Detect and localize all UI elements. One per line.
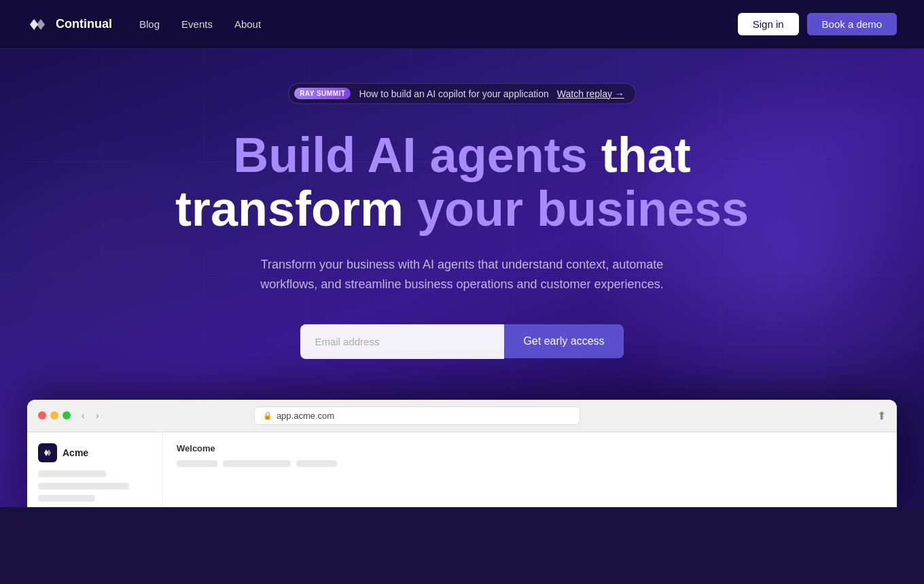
browser-dot-minimize[interactable] bbox=[50, 411, 58, 419]
app-logo-row: Acme bbox=[38, 443, 152, 462]
hero-subtext: Transform your business with AI agents t… bbox=[231, 255, 693, 294]
headline-part4: your business bbox=[417, 182, 749, 236]
headline-part3: transform bbox=[175, 182, 417, 236]
browser-share-icon[interactable]: ⬆ bbox=[877, 409, 886, 422]
browser-forward-icon[interactable]: › bbox=[93, 409, 102, 422]
browser-url-bar[interactable]: 🔒 app.acme.com bbox=[254, 407, 580, 425]
nav-link-about[interactable]: About bbox=[234, 18, 261, 30]
banner-text: How to build an AI copilot for your appl… bbox=[359, 88, 548, 99]
banner-badge: RAY SUMMIT bbox=[294, 88, 351, 99]
hero-content: RAY SUMMIT How to build an AI copilot fo… bbox=[0, 83, 924, 400]
browser-mockup: ‹ › 🔒 app.acme.com ⬆ bbox=[27, 400, 897, 507]
logo-text: Continual bbox=[56, 17, 112, 31]
hero-headline: Build AI agents that transform your busi… bbox=[175, 128, 749, 236]
browser-content: Acme Welcome bbox=[27, 432, 897, 507]
browser-bar: ‹ › 🔒 app.acme.com ⬆ bbox=[27, 400, 897, 432]
browser-back-icon[interactable]: ‹ bbox=[79, 409, 88, 422]
content-skel-3 bbox=[296, 460, 337, 467]
app-sidebar: Acme bbox=[27, 432, 163, 507]
app-welcome-label: Welcome bbox=[177, 443, 883, 453]
app-logo-icon bbox=[38, 443, 57, 462]
lock-icon: 🔒 bbox=[263, 411, 272, 420]
nav-links: Blog Events About bbox=[139, 18, 261, 31]
nav-link-blog[interactable]: Blog bbox=[139, 18, 160, 30]
email-input[interactable] bbox=[300, 324, 504, 359]
headline-part1: Build AI agents bbox=[233, 128, 587, 182]
browser-dot-close[interactable] bbox=[38, 411, 46, 419]
banner-watch-replay-link[interactable]: Watch replay → bbox=[557, 88, 624, 99]
content-skels bbox=[177, 460, 883, 467]
sidebar-skel-2 bbox=[38, 483, 129, 489]
content-skel-2 bbox=[223, 460, 291, 467]
navbar: Continual Blog Events About Sign in Book… bbox=[0, 0, 924, 49]
nav-link-events[interactable]: Events bbox=[181, 18, 213, 30]
banner: RAY SUMMIT How to build an AI copilot fo… bbox=[288, 83, 636, 104]
browser-mockup-wrapper: ‹ › 🔒 app.acme.com ⬆ bbox=[27, 400, 897, 507]
nav-right: Sign in Book a demo bbox=[738, 13, 897, 35]
hero-section: RAY SUMMIT How to build an AI copilot fo… bbox=[0, 49, 924, 507]
content-skel-1 bbox=[177, 460, 217, 467]
nav-left: Continual Blog Events About bbox=[27, 16, 261, 33]
sidebar-skeleton bbox=[38, 470, 152, 502]
logo[interactable]: Continual bbox=[27, 16, 112, 33]
cta-row: Get early access bbox=[300, 324, 623, 359]
browser-nav: ‹ › bbox=[79, 409, 101, 422]
logo-icon bbox=[27, 16, 49, 33]
signin-button[interactable]: Sign in bbox=[738, 13, 799, 35]
app-main: Welcome bbox=[163, 432, 897, 507]
headline-part2: that bbox=[601, 128, 691, 182]
sidebar-skel-1 bbox=[38, 470, 106, 477]
app-name-label: Acme bbox=[63, 447, 88, 458]
book-demo-button[interactable]: Book a demo bbox=[807, 13, 897, 35]
early-access-button[interactable]: Get early access bbox=[504, 324, 623, 358]
browser-url-text: app.acme.com bbox=[277, 411, 334, 421]
browser-dot-maximize[interactable] bbox=[63, 411, 71, 419]
sidebar-skel-3 bbox=[38, 495, 95, 502]
browser-dots bbox=[38, 411, 71, 419]
